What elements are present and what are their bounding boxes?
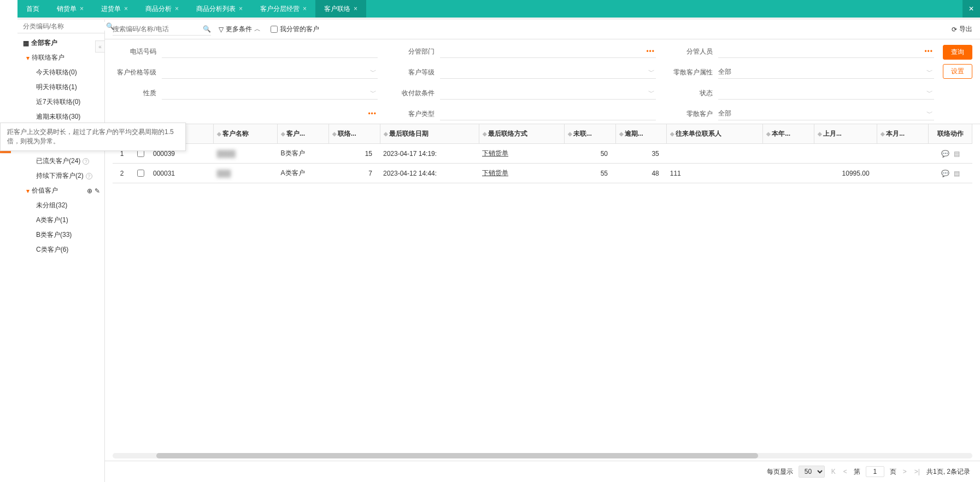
page-input[interactable] [866, 466, 884, 477]
sidebar-item[interactable]: 近7天待联络(0) [17, 95, 104, 109]
sort-icon[interactable]: ◆ [483, 131, 487, 137]
sidebar-item[interactable]: 今天待联络(0) [17, 65, 104, 80]
tab-首页[interactable]: 首页 [17, 0, 48, 18]
sidebar-item[interactable]: 明天待联络(1) [17, 80, 104, 95]
horizontal-scrollbar[interactable] [113, 453, 972, 458]
ellipsis-icon[interactable]: ••• [924, 48, 933, 55]
tab-客户联络[interactable]: 客户联络× [315, 0, 366, 18]
last-contact-link[interactable]: 下销货单 [482, 169, 508, 177]
sort-icon[interactable]: ◆ [568, 131, 572, 137]
sort-icon[interactable]: ◆ [766, 131, 771, 137]
filter-input[interactable]: ﹀ [162, 86, 378, 100]
filter-input[interactable]: ••• [718, 45, 934, 58]
column-header[interactable]: ◆上月... [814, 124, 877, 144]
per-page-select[interactable]: 50 [799, 466, 825, 478]
close-icon[interactable]: × [80, 5, 84, 13]
more-actions-icon[interactable]: ▤ [954, 150, 960, 158]
close-icon[interactable]: × [175, 5, 179, 13]
sidebar-item[interactable]: 逾期未联络(30) [17, 109, 104, 124]
ellipsis-icon[interactable]: ••• [646, 48, 655, 55]
sort-icon[interactable]: ◆ [818, 131, 822, 137]
sidebar-search-input[interactable] [22, 22, 106, 31]
close-icon[interactable]: × [124, 5, 128, 13]
help-icon[interactable]: ? [83, 158, 89, 165]
wechat-icon[interactable]: 💬 [941, 170, 949, 177]
sidebar-all-customers[interactable]: ▦ 全部客户 [17, 36, 104, 50]
first-page-button[interactable]: K [830, 468, 837, 475]
close-icon[interactable]: × [239, 5, 243, 13]
filter-input[interactable]: ﹀ [162, 66, 378, 79]
sidebar-item[interactable]: 已流失客户(24)? [17, 154, 104, 169]
sort-icon[interactable]: ◆ [619, 131, 624, 137]
sidebar-group[interactable]: ▾价值客户⊕✎ [17, 183, 104, 198]
table-row[interactable]: 1000039████B类客户152023-04-17 14:19:下销货单50… [113, 144, 972, 164]
tab-进货单[interactable]: 进货单× [92, 0, 137, 18]
sidebar-item[interactable]: C类客户(6) [17, 242, 104, 257]
filter-field: ••• [113, 107, 378, 120]
my-customers-checkbox[interactable]: 我分管的客户 [268, 24, 319, 34]
column-header[interactable]: ◆往来单位联系人 [667, 124, 763, 144]
wechat-icon[interactable]: 💬 [941, 150, 949, 158]
close-icon[interactable]: × [303, 5, 307, 13]
sort-icon[interactable]: ◆ [281, 131, 285, 137]
scrollbar-thumb[interactable] [156, 453, 758, 458]
last-contact-link[interactable]: 下销货单 [482, 149, 508, 157]
row-checkbox[interactable] [137, 170, 144, 177]
sidebar-item[interactable]: 未分组(32) [17, 198, 104, 213]
filter-input[interactable]: ﹀ [440, 86, 656, 100]
query-button[interactable]: 查询 [943, 45, 972, 60]
sidebar-group[interactable]: ▾待联络客户 [17, 50, 104, 65]
column-header[interactable]: ◆未联... [564, 124, 615, 144]
column-header[interactable]: 联络动作 [929, 124, 972, 144]
tab-商品分析[interactable]: 商品分析× [137, 0, 187, 18]
search-icon[interactable]: 🔍 [203, 25, 211, 33]
tab-商品分析列表[interactable]: 商品分析列表× [187, 0, 251, 18]
sort-icon[interactable]: ◆ [217, 131, 221, 137]
sort-icon[interactable]: ◆ [881, 131, 885, 137]
filter-input[interactable]: 全部﹀ [718, 66, 934, 79]
sidebar-item[interactable]: A类客户(1) [17, 213, 104, 228]
column-header[interactable]: ◆客户名称 [214, 124, 278, 144]
sidebar-collapse-toggle[interactable]: « [95, 40, 105, 53]
more-actions-icon[interactable]: ▤ [954, 170, 960, 177]
column-header[interactable]: ◆最后联络方式 [479, 124, 564, 144]
filter-input[interactable]: ••• [440, 45, 656, 58]
chevron-down-icon: ﹀ [370, 67, 377, 77]
main-search-input[interactable] [113, 23, 203, 35]
close-icon[interactable]: × [354, 5, 357, 13]
sort-icon[interactable]: ◆ [670, 131, 674, 137]
search-icon[interactable]: 🔍 [106, 22, 114, 30]
sidebar-item[interactable]: B类客户(33) [17, 228, 104, 242]
tab-销货单[interactable]: 销货单× [48, 0, 92, 18]
column-header[interactable]: ◆逾期... [615, 124, 667, 144]
next-page-button[interactable]: > [902, 468, 908, 475]
help-icon[interactable]: ? [86, 173, 92, 179]
filter-input[interactable]: ﹀ [718, 86, 934, 100]
edit-icon[interactable]: ✎ [95, 187, 100, 195]
sort-icon[interactable]: ◆ [384, 131, 388, 137]
table-row[interactable]: 2000031███A类客户72023-04-12 14:44:下销货单5548… [113, 164, 972, 183]
column-header[interactable]: ◆本月... [877, 124, 929, 144]
tab-客户分层经营[interactable]: 客户分层经营× [251, 0, 315, 18]
filter-input[interactable] [162, 45, 378, 58]
filter-field: 收付款条件﹀ [391, 86, 656, 100]
sort-icon[interactable]: ◆ [332, 131, 337, 137]
filter-input[interactable]: 全部﹀ [718, 107, 934, 120]
ellipsis-icon[interactable]: ••• [368, 110, 377, 118]
filter-input[interactable]: ﹀ [440, 66, 656, 79]
close-all-tabs[interactable]: ✕ [963, 0, 980, 18]
column-header[interactable]: ◆本年... [763, 124, 814, 144]
settings-button[interactable]: 设置 [943, 64, 972, 79]
column-header[interactable]: ◆联络... [328, 124, 380, 144]
my-customers-checkbox-input[interactable] [271, 26, 278, 33]
export-button[interactable]: ⟳ 导出 [952, 25, 972, 34]
prev-page-button[interactable]: < [842, 468, 848, 475]
more-filters-toggle[interactable]: ▽ 更多条件 ︿ [219, 25, 261, 34]
column-header[interactable]: ◆最后联络日期 [380, 124, 479, 144]
last-page-button[interactable]: >| [913, 468, 921, 475]
sidebar-item[interactable]: 持续下滑客户(2)? [17, 169, 104, 183]
filter-input[interactable] [440, 107, 656, 120]
column-header[interactable]: ◆客户... [278, 124, 329, 144]
add-icon[interactable]: ⊕ [87, 187, 92, 195]
filter-input[interactable]: ••• [162, 107, 378, 120]
